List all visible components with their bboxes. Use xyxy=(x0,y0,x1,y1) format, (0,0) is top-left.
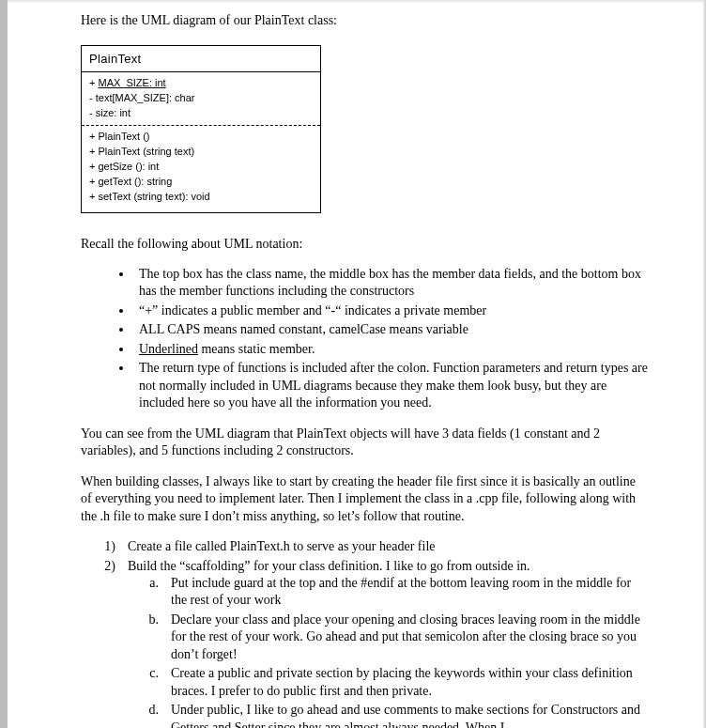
bullet-item: “+” indicates a public member and “-“ in… xyxy=(133,302,650,319)
uml-field: + MAX_SIZE: int xyxy=(89,76,313,91)
substep-item: Under public, I like to go ahead and use… xyxy=(165,702,650,728)
uml-fields-section: + MAX_SIZE: int- text[MAX_SIZE]: char- s… xyxy=(82,72,320,126)
document-page: Here is the UML diagram of our PlainText… xyxy=(0,0,706,728)
uml-diagram: PlainText + MAX_SIZE: int- text[MAX_SIZE… xyxy=(81,45,321,213)
bullet-item: The return type of functions is included… xyxy=(133,360,650,411)
substep-item: Put include guard at the top and the #en… xyxy=(165,575,650,610)
uml-method: + getSize (): int xyxy=(89,160,313,175)
paragraph-fields-summary: You can see from the UML diagram that Pl… xyxy=(81,426,650,460)
page-content: Here is the UML diagram of our PlainText… xyxy=(8,0,706,728)
uml-method: + setText (string text): void xyxy=(89,190,313,205)
bullet-item: The top box has the class name, the midd… xyxy=(133,266,650,301)
step-item: Create a file called PlainText.h to serv… xyxy=(122,538,650,555)
paragraph-building-classes: When building classes, I always like to … xyxy=(81,473,650,525)
bullet-item: Underlined means static member. xyxy=(133,341,650,358)
intro-text: Here is the UML diagram of our PlainText… xyxy=(81,13,650,28)
recall-heading: Recall the following about UML notation: xyxy=(81,236,650,253)
substep-item: Declare your class and place your openin… xyxy=(165,612,650,663)
bullet-item: ALL CAPS means named constant, camelCase… xyxy=(133,321,650,338)
uml-field: - text[MAX_SIZE]: char xyxy=(89,91,313,106)
uml-field: - size: int xyxy=(89,106,313,121)
substeps-list: Put include guard at the top and the #en… xyxy=(128,575,650,728)
uml-method: + PlainText () xyxy=(89,130,313,145)
substep-item: Create a public and private section by p… xyxy=(165,665,650,700)
uml-method: + getText (): string xyxy=(89,175,313,190)
uml-method: + PlainText (string text) xyxy=(89,145,313,160)
uml-methods-section: + PlainText ()+ PlainText (string text)+… xyxy=(82,126,320,212)
uml-notation-bullets: The top box has the class name, the midd… xyxy=(81,266,650,412)
uml-class-name: PlainText xyxy=(82,46,320,72)
steps-list: Create a file called PlainText.h to serv… xyxy=(81,538,650,728)
step-item: Build the “scaffolding” for your class d… xyxy=(122,558,650,728)
